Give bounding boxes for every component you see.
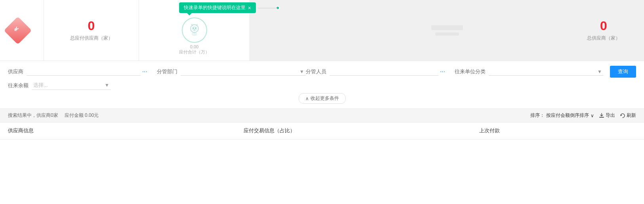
table-body — [0, 139, 644, 204]
svg-point-6 — [195, 28, 196, 29]
filter-person-dots[interactable]: ··· — [440, 68, 445, 75]
export-icon — [599, 113, 604, 118]
collapse-label: 收起更多条件 — [311, 95, 339, 102]
stat-total-suppliers-label: 总供应商（家） — [587, 35, 620, 42]
query-button[interactable]: 查询 — [610, 66, 636, 78]
sort-select[interactable]: 排序： 按应付会额倒序排序 ∨ — [530, 112, 594, 119]
table-col-last-payment: 上次付款 — [479, 127, 636, 134]
sort-chevron: ∨ — [591, 113, 594, 118]
tooltip-connector-line — [258, 8, 278, 8]
filter-balance-placeholder: 选择... — [33, 82, 105, 89]
filter-supplier-dots[interactable]: ··· — [142, 68, 147, 75]
stat-total-payable-suppliers-label: 总应付供应商（家） — [70, 35, 113, 42]
collapse-row: ∧ 收起更多条件 — [8, 93, 636, 104]
result-info: 搜索结果中，供应商0家 应付金额 0.00元 — [8, 112, 99, 119]
svg-point-2 — [192, 26, 197, 31]
middle-icon-wrapper: 0.00 应付合计（万） — [179, 17, 210, 55]
refresh-label: 刷新 — [627, 112, 636, 119]
filter-area: 供应商 ··· 分管部门 ▼ 分管人员 ··· 往来单位分类 ▼ — [0, 61, 644, 109]
export-label: 导出 — [606, 112, 615, 119]
filter-row-2: 往来余额 选择... ▼ — [8, 81, 158, 90]
filter-supplier: 供应商 ··· — [8, 68, 157, 76]
logo-diamond-icon: ¥ — [4, 16, 32, 44]
middle-circle-icon — [182, 17, 207, 43]
svg-marker-9 — [621, 114, 622, 116]
svg-point-5 — [192, 28, 194, 29]
diamond-inner-icon: ¥ — [10, 23, 26, 38]
tooltip-close-button[interactable]: × — [248, 5, 251, 11]
export-button[interactable]: 导出 — [599, 112, 615, 119]
stat-total-suppliers-number: 0 — [600, 19, 607, 33]
tooltip-text: 快速录单的快捷键说明在这里 — [184, 4, 246, 11]
tooltip-bubble: 快速录单的快捷键说明在这里 × — [179, 2, 256, 13]
filter-balance-label: 往来余额 — [8, 82, 29, 89]
filter-department-chevron: ▼ — [299, 69, 304, 74]
stat-total-payable-suppliers-number: 0 — [88, 19, 95, 33]
stat-total-suppliers: 0 总供应商（家） — [250, 0, 644, 61]
filter-person: 分管人员 ··· — [306, 68, 455, 76]
table-col-payable-info: 应付交易信息（占比） — [244, 127, 479, 134]
result-payable-amount: 应付金额 0.00元 — [65, 112, 99, 119]
stat-total-suppliers-values: 0 总供应商（家） — [587, 19, 620, 41]
result-search-text: 搜索结果中，供应商0家 — [8, 112, 58, 119]
filter-unit-class-select[interactable]: ▼ — [489, 68, 604, 76]
result-bar: 搜索结果中，供应商0家 应付金额 0.00元 排序： 按应付会额倒序排序 ∨ 导… — [0, 109, 644, 122]
filter-person-input[interactable] — [330, 68, 438, 76]
refresh-icon — [620, 113, 625, 118]
filter-supplier-label: 供应商 — [8, 68, 23, 75]
refresh-button[interactable]: 刷新 — [620, 112, 636, 119]
filter-balance-chevron: ▼ — [105, 82, 109, 88]
result-actions: 排序： 按应付会额倒序排序 ∨ 导出 刷新 — [530, 112, 636, 119]
filter-row-1: 供应商 ··· 分管部门 ▼ 分管人员 ··· 往来单位分类 ▼ — [8, 66, 636, 78]
collapse-button[interactable]: ∧ 收起更多条件 — [299, 93, 346, 104]
sort-value: 按应付会额倒序排序 — [546, 112, 589, 119]
filter-department-select[interactable]: ▼ — [181, 68, 306, 76]
filter-balance-select[interactable]: 选择... ▼ — [32, 81, 111, 90]
svg-rect-8 — [599, 117, 604, 118]
stats-bar: ¥ 0 总应付供应商（家） 快速录单的快捷键说明在这里 × — [0, 0, 644, 61]
sort-label: 排序： — [530, 112, 545, 119]
filter-unit-class: 往来单位分类 ▼ — [455, 68, 604, 76]
stat-blurred-area — [431, 25, 463, 36]
svg-text:¥: ¥ — [13, 25, 20, 32]
filter-supplier-input[interactable] — [27, 68, 141, 76]
table-col-supplier-info: 供应商信息 — [8, 127, 244, 134]
logo-area: ¥ — [0, 0, 44, 61]
middle-stat-label: 应付合计（万） — [179, 49, 210, 55]
filter-department-label: 分管部门 — [157, 68, 177, 75]
svg-point-7 — [192, 32, 197, 36]
filter-unit-class-chevron: ▼ — [597, 69, 602, 74]
cat-icon — [187, 22, 202, 38]
stat-total-payable-suppliers: 0 总应付供应商（家） — [44, 0, 139, 61]
filter-department: 分管部门 ▼ — [157, 68, 306, 76]
stat-middle-area: 快速录单的快捷键说明在这里 × — [139, 0, 250, 61]
collapse-icon: ∧ — [305, 96, 309, 101]
filter-person-label: 分管人员 — [306, 68, 326, 75]
filter-unit-class-label: 往来单位分类 — [455, 68, 486, 75]
middle-stat-number: 0.00 — [190, 44, 198, 49]
table-header: 供应商信息 应付交易信息（占比） 上次付款 — [0, 122, 644, 139]
